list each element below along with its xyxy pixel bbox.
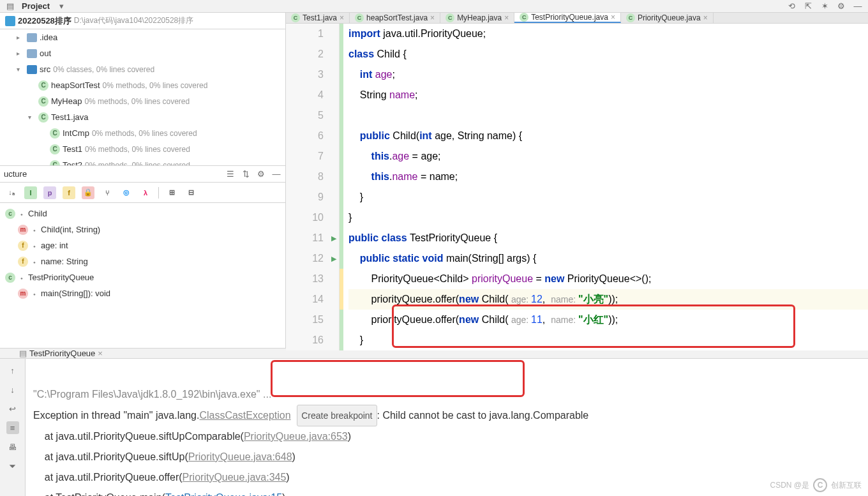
code-line[interactable]: priorityQueue.offer(new Child( age: 11, … [348, 310, 868, 330]
up-icon[interactable]: ↑ [6, 364, 19, 377]
filter-property-icon[interactable]: p [43, 186, 56, 199]
tree-row[interactable]: CheapSortTest 0% methods, 0% lines cover… [0, 77, 285, 93]
collapse-all-icon[interactable]: ⊟ [184, 186, 197, 199]
code-line[interactable]: import java.util.PriorityQueue; [348, 24, 868, 44]
dropdown-icon[interactable]: ▾ [56, 1, 66, 11]
code-editor[interactable]: 1234567891011▶12▶13141516 import java.ut… [286, 24, 868, 350]
line-number[interactable]: 1 [286, 24, 339, 44]
editor-tab[interactable]: CTestPriorityQueue.java× [514, 13, 621, 23]
line-number[interactable]: 13 [286, 269, 339, 289]
editor-tab[interactable]: CheapSortTest.java× [350, 13, 440, 23]
run-gutter-icon[interactable]: ▶ [331, 255, 336, 263]
close-icon[interactable]: × [430, 13, 435, 22]
console-tab[interactable]: ▤ TestPriorityQueue × [19, 349, 103, 358]
stack-link[interactable]: PriorityQueue.java:345 [183, 472, 287, 483]
code-area[interactable]: import java.util.PriorityQueue;class Chi… [343, 24, 868, 350]
scroll-icon[interactable]: ≡ [6, 421, 19, 434]
structure-row[interactable]: m⬩Child(int, String) [0, 222, 285, 237]
filter-target-icon[interactable]: ◎ [120, 186, 133, 199]
code-line[interactable]: class Child { [348, 44, 868, 64]
close-icon[interactable]: × [703, 13, 708, 22]
code-line[interactable]: } [348, 330, 868, 350]
structure-row[interactable]: c⬩Child [0, 206, 285, 222]
line-number[interactable]: 12▶ [286, 248, 339, 269]
structure-row[interactable]: f⬩name: String [0, 253, 285, 269]
code-line[interactable]: priorityQueue.offer(new Child( age: 12, … [348, 289, 868, 310]
code-line[interactable]: this.age = age; [348, 146, 868, 167]
line-number[interactable]: 16 [286, 330, 339, 350]
editor-tab[interactable]: CPriorityQueue.java× [621, 13, 714, 23]
structure-row[interactable]: m⬩main(String[]): void [0, 285, 285, 301]
code-line[interactable]: int age; [348, 64, 868, 85]
chevron-icon[interactable]: ▸ [17, 34, 24, 41]
line-number[interactable]: 9 [286, 187, 339, 207]
tree-row[interactable]: CTest1 0% methods, 0% lines covered [0, 141, 285, 157]
line-number[interactable]: 4 [286, 85, 339, 105]
gutter[interactable]: 1234567891011▶12▶13141516 [286, 24, 340, 350]
tree-row[interactable]: ▾src 0% classes, 0% lines covered [0, 61, 285, 77]
stack-link[interactable]: PriorityQueue.java:653 [244, 431, 348, 442]
line-number[interactable]: 15 [286, 310, 339, 330]
chevron-icon[interactable]: ▾ [17, 66, 24, 73]
tree-row[interactable]: ▸.idea [0, 29, 285, 45]
filter-interface-icon[interactable]: I [24, 186, 37, 199]
filter-lock-icon[interactable]: 🔒 [82, 186, 94, 199]
chevron-icon[interactable]: ▸ [17, 50, 24, 57]
line-number[interactable]: 14 [286, 289, 339, 310]
close-icon[interactable]: × [98, 349, 103, 358]
minimize-icon[interactable]: — [271, 169, 281, 179]
gear-icon[interactable]: ⚙ [836, 1, 846, 11]
filter-field-icon[interactable]: f [63, 186, 75, 199]
tree-row[interactable]: CTest2 0% methods, 0% lines covered [0, 157, 285, 166]
line-number[interactable]: 5 [286, 105, 339, 126]
exception-link[interactable]: ClassCastException [199, 410, 290, 421]
editor-tab[interactable]: CMyHeap.java× [440, 13, 514, 23]
close-icon[interactable]: × [611, 13, 615, 22]
collapse-icon[interactable]: ✶ [819, 1, 830, 11]
down-icon[interactable]: ↓ [6, 383, 19, 396]
sync-icon[interactable]: ⟲ [786, 1, 797, 11]
line-number[interactable]: 2 [286, 44, 339, 64]
stack-link[interactable]: TestPriorityQueue.java:15 [165, 492, 282, 496]
code-line[interactable]: } [348, 187, 868, 207]
line-number[interactable]: 10 [286, 207, 339, 228]
line-number[interactable]: 7 [286, 146, 339, 167]
tree-row[interactable]: ▾CTest1.java [0, 109, 285, 125]
code-line[interactable]: } [348, 207, 868, 228]
stack-link[interactable]: PriorityQueue.java:648 [188, 451, 292, 462]
expand-icon[interactable]: ⇱ [803, 1, 813, 11]
console-output[interactable]: "C:\Program Files\Java\jdk1.8.0_192\bin\… [26, 359, 868, 496]
line-number[interactable]: 6 [286, 126, 339, 146]
line-number[interactable]: 11▶ [286, 228, 339, 248]
tree-row[interactable]: ▸out [0, 45, 285, 61]
code-line[interactable]: public Child(int age, String name) { [348, 126, 868, 146]
tree-row[interactable]: CIntCmp 0% methods, 0% lines covered [0, 125, 285, 141]
code-line[interactable]: public class TestPriorityQueue { [348, 228, 868, 248]
filter-branch-icon[interactable]: ⑂ [101, 186, 114, 199]
code-line[interactable]: String name; [348, 85, 868, 105]
gear-icon[interactable]: ⚙ [256, 169, 266, 179]
print-icon[interactable]: 🖶 [6, 440, 19, 453]
code-line[interactable]: this.name = name; [348, 167, 868, 187]
structure-row[interactable]: c⬩TestPriorityQueue [0, 269, 285, 285]
create-breakpoint-button[interactable]: Create breakpoint [297, 405, 377, 426]
expand-all-icon[interactable]: ⊞ [165, 186, 178, 199]
project-label[interactable]: Project [22, 1, 50, 11]
line-number[interactable]: 3 [286, 64, 339, 85]
code-line[interactable] [348, 105, 868, 126]
structure-row[interactable]: f⬩age: int [0, 237, 285, 253]
wrap-icon[interactable]: ↩ [6, 402, 19, 415]
struct-opt1-icon[interactable]: ☰ [225, 169, 236, 179]
editor-tab[interactable]: CTest1.java× [286, 13, 350, 23]
line-number[interactable]: 8 [286, 167, 339, 187]
close-icon[interactable]: × [504, 13, 509, 22]
chevron-icon[interactable]: ▾ [28, 114, 36, 121]
filter-lambda-icon[interactable]: λ [139, 186, 152, 199]
minimize-icon[interactable]: — [853, 1, 863, 11]
close-icon[interactable]: × [340, 13, 344, 22]
sort-icon[interactable]: ↓ₐ [5, 186, 18, 199]
run-gutter-icon[interactable]: ▶ [331, 234, 336, 243]
struct-opt2-icon[interactable]: ⇅ [241, 169, 251, 179]
project-icon[interactable]: ▤ [5, 1, 15, 11]
code-line[interactable]: public static void main(String[] args) { [348, 248, 868, 269]
